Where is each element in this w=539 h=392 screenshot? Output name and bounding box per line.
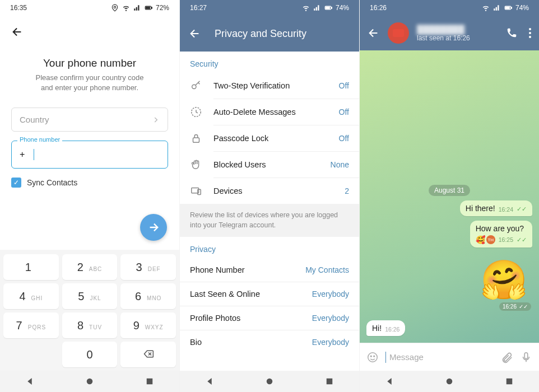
security-section-header: Security — [180, 52, 359, 73]
phone-legend: Phone number — [17, 136, 62, 143]
message-out-2[interactable]: How are you? 🥰TH 16:25 ✓✓ — [470, 221, 532, 248]
row-auto-delete[interactable]: Auto-Delete Messages Off — [180, 99, 359, 125]
privacy-section-header: Privacy — [180, 237, 359, 258]
key-2[interactable]: 2ABC — [62, 254, 118, 280]
page-subtitle: Please confirm your country codeand ente… — [11, 73, 168, 93]
mic-button[interactable] — [520, 351, 532, 363]
key-0[interactable]: 0 — [62, 342, 118, 367]
key-blank — [3, 342, 59, 367]
svg-point-0 — [114, 6, 116, 8]
key-1[interactable]: 1 — [3, 254, 59, 280]
country-select[interactable]: Country — [11, 108, 168, 132]
nav-home-icon[interactable] — [85, 376, 95, 386]
lock-icon — [190, 132, 202, 144]
svg-point-21 — [529, 36, 531, 38]
row-profile-photos[interactable]: Profile PhotosEverybody — [180, 306, 359, 330]
svg-point-24 — [374, 356, 375, 357]
back-button[interactable] — [11, 24, 168, 49]
nav-home-icon[interactable] — [264, 376, 275, 386]
row-phone-number[interactable]: Phone NumberMy Contacts — [180, 258, 359, 282]
svg-point-22 — [368, 352, 378, 362]
read-ticks-icon: ✓✓ — [517, 206, 527, 213]
android-nav-bar — [360, 371, 539, 392]
sync-contacts-checkbox[interactable]: ✓ — [11, 178, 21, 188]
row-devices[interactable]: Devices 2 — [180, 178, 359, 204]
phone-input[interactable]: Phone number + — [11, 141, 168, 169]
key-7[interactable]: 7PQRS — [3, 312, 59, 338]
row-blocked[interactable]: Blocked Users None — [180, 152, 359, 178]
row-bio[interactable]: BioEverybody — [180, 330, 359, 354]
key-5[interactable]: 5JKL — [62, 283, 118, 309]
sync-contacts-label: Sync Contacts — [27, 178, 77, 187]
svg-point-23 — [370, 356, 371, 357]
status-icons: 74% — [482, 4, 529, 12]
svg-point-14 — [267, 379, 273, 385]
key-icon — [190, 80, 202, 92]
key-6[interactable]: 6MNO — [120, 283, 176, 309]
attach-button[interactable] — [501, 351, 513, 363]
battery-icon — [145, 4, 152, 12]
date-chip: August 31 — [429, 185, 470, 196]
svg-rect-13 — [198, 189, 201, 194]
svg-point-19 — [529, 28, 531, 30]
row-two-step[interactable]: Two-Step Verification Off — [180, 73, 359, 99]
message-input[interactable]: Message — [385, 352, 494, 363]
emoji-button[interactable] — [366, 351, 379, 363]
battery-pct: 74% — [515, 4, 529, 12]
android-nav-bar — [0, 371, 179, 392]
nav-recent-icon[interactable] — [504, 376, 514, 386]
nav-recent-icon[interactable] — [145, 376, 155, 386]
android-nav-bar — [180, 371, 359, 392]
row-last-seen[interactable]: Last Seen & OnlineEverybody — [180, 282, 359, 306]
devices-icon — [190, 185, 202, 197]
nav-back-icon[interactable] — [25, 376, 35, 386]
battery-icon — [324, 4, 332, 12]
svg-rect-3 — [146, 7, 150, 9]
wifi-icon — [302, 4, 310, 12]
contact-name: ████████ — [417, 25, 498, 34]
nav-back-icon[interactable] — [205, 376, 215, 386]
wifi-icon — [122, 4, 130, 12]
page-title: Privacy and Security — [215, 28, 306, 40]
status-bar: 16:27 74% — [180, 0, 359, 16]
nav-back-icon[interactable] — [384, 376, 394, 386]
status-icons: 72% — [111, 4, 169, 12]
status-time: 16:26 — [370, 4, 387, 12]
sticker-time: 16:26✓✓ — [499, 302, 531, 311]
next-fab[interactable] — [140, 214, 167, 241]
key-9[interactable]: 9WXYZ — [120, 312, 176, 338]
sticker-message[interactable]: 🤗 — [480, 258, 528, 302]
status-bar: 16:35 72% — [0, 0, 179, 16]
signal-icon — [493, 4, 501, 12]
country-placeholder: Country — [20, 115, 49, 124]
row-passcode[interactable]: Passcode Lock Off — [180, 125, 359, 151]
key-8[interactable]: 8TUV — [62, 312, 118, 338]
message-out-1[interactable]: Hi there! 16:24 ✓✓ — [460, 200, 532, 216]
key-3[interactable]: 3DEF — [120, 254, 176, 280]
nav-home-icon[interactable] — [444, 376, 454, 386]
back-button[interactable] — [189, 27, 201, 40]
page-title: Your phone number — [11, 57, 168, 69]
svg-rect-15 — [326, 379, 332, 385]
key-backspace[interactable] — [120, 342, 176, 367]
more-button[interactable] — [529, 27, 531, 39]
last-seen: last seen at 16:26 — [417, 34, 498, 42]
chat-body[interactable]: August 31 Hi there! 16:24 ✓✓ How are you… — [360, 50, 539, 343]
back-button[interactable] — [368, 27, 380, 39]
call-button[interactable] — [505, 27, 518, 39]
timer-icon — [190, 106, 202, 118]
svg-rect-2 — [151, 7, 152, 8]
message-in-1[interactable]: Hi! 16:26 — [366, 320, 405, 336]
key-4[interactable]: 4GHI — [3, 283, 59, 309]
svg-rect-17 — [511, 7, 512, 8]
message-reactions[interactable]: 🥰TH — [476, 235, 495, 244]
battery-pct: 74% — [336, 4, 349, 12]
nav-recent-icon[interactable] — [324, 376, 334, 386]
arrow-right-icon — [147, 221, 160, 234]
arrow-left-icon — [11, 26, 24, 38]
contact-avatar[interactable] — [388, 22, 409, 44]
backspace-icon — [142, 348, 155, 360]
status-icons: 74% — [302, 4, 349, 12]
svg-rect-7 — [331, 7, 332, 8]
wifi-icon — [482, 4, 490, 12]
